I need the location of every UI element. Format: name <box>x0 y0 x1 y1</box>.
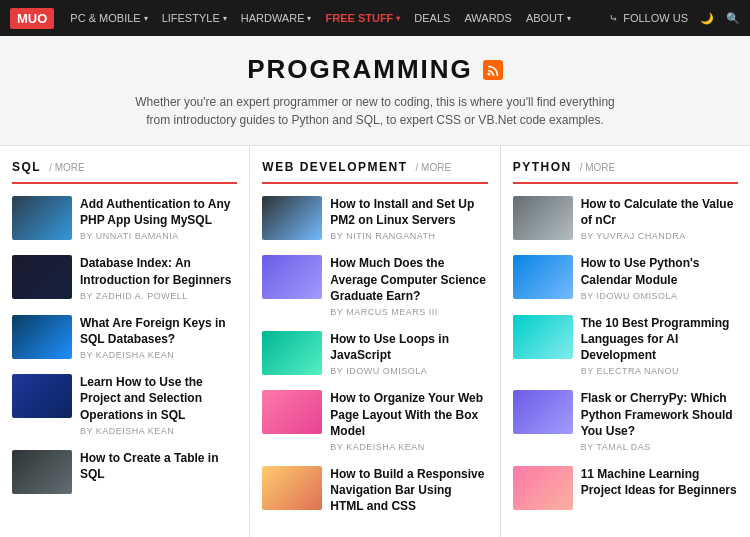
share-icon: ⤷ <box>609 12 618 25</box>
article-title[interactable]: How to Calculate the Value of nCr <box>581 196 738 228</box>
svg-point-0 <box>487 72 490 75</box>
nav-deals[interactable]: DEALS <box>414 12 450 24</box>
list-item: How to Create a Table in SQL <box>12 450 237 494</box>
article-title[interactable]: What Are Foreign Keys in SQL Databases? <box>80 315 237 347</box>
list-item: The 10 Best Programming Languages for AI… <box>513 315 738 377</box>
article-author: BY ZADHID A. POWELL <box>80 291 237 301</box>
python-column-title: PYTHON <box>513 160 572 174</box>
article-thumbnail <box>12 450 72 494</box>
article-title[interactable]: How to Use Loops in JavaScript <box>330 331 487 363</box>
article-thumbnail <box>262 255 322 299</box>
article-thumbnail <box>513 466 573 510</box>
list-item: 11 Machine Learning Project Ideas for Be… <box>513 466 738 510</box>
article-thumbnail <box>513 255 573 299</box>
chevron-down-icon: ▾ <box>144 14 148 23</box>
top-navigation: MUO PC & MOBILE ▾ LIFESTYLE ▾ HARDWARE ▾… <box>0 0 750 36</box>
main-content: SQL / MORE Add Authentication to Any PHP… <box>0 146 750 537</box>
list-item: Flask or CherryPy: Which Python Framewor… <box>513 390 738 452</box>
article-thumbnail <box>262 331 322 375</box>
list-item: Database Index: An Introduction for Begi… <box>12 255 237 300</box>
python-more-link[interactable]: / MORE <box>580 162 616 173</box>
article-author: BY KADEISHA KEAN <box>80 426 237 436</box>
article-author: BY KADEISHA KEAN <box>330 442 487 452</box>
article-thumbnail <box>513 196 573 240</box>
article-title[interactable]: Database Index: An Introduction for Begi… <box>80 255 237 287</box>
article-author: BY YUVRAJ CHANDRA <box>581 231 738 241</box>
article-thumbnail <box>12 255 72 299</box>
article-author: BY NITIN RANGANATH <box>330 231 487 241</box>
dark-mode-toggle[interactable]: 🌙 <box>700 12 714 25</box>
follow-us[interactable]: ⤷ FOLLOW US <box>609 12 688 25</box>
chevron-down-icon: ▾ <box>567 14 571 23</box>
article-title[interactable]: How to Create a Table in SQL <box>80 450 237 482</box>
nav-free-stuff[interactable]: FREE STUFF ▾ <box>325 12 400 24</box>
nav-hardware[interactable]: HARDWARE ▾ <box>241 12 312 24</box>
page-title: PROGRAMMING <box>247 54 473 85</box>
list-item: How to Organize Your Web Page Layout Wit… <box>262 390 487 452</box>
webdev-more-link[interactable]: / MORE <box>416 162 452 173</box>
article-title[interactable]: The 10 Best Programming Languages for AI… <box>581 315 738 364</box>
nav-right: ⤷ FOLLOW US 🌙 🔍 <box>609 12 740 25</box>
article-author: BY IDOWU OMISOLA <box>581 291 738 301</box>
nav-pc-mobile[interactable]: PC & MOBILE ▾ <box>70 12 147 24</box>
nav-about[interactable]: ABOUT ▾ <box>526 12 571 24</box>
list-item: What Are Foreign Keys in SQL Databases? … <box>12 315 237 360</box>
article-author: BY ELECTRA NANOU <box>581 366 738 376</box>
article-title[interactable]: How to Build a Responsive Navigation Bar… <box>330 466 487 515</box>
article-thumbnail <box>513 315 573 359</box>
article-title[interactable]: How Much Does the Average Computer Scien… <box>330 255 487 304</box>
list-item: Add Authentication to Any PHP App Using … <box>12 196 237 241</box>
article-thumbnail <box>12 315 72 359</box>
article-thumbnail <box>262 466 322 510</box>
search-icon[interactable]: 🔍 <box>726 12 740 25</box>
webdev-column: WEB DEVELOPMENT / MORE How to Install an… <box>250 146 500 537</box>
list-item: How to Calculate the Value of nCr BY YUV… <box>513 196 738 241</box>
rss-icon[interactable] <box>483 60 503 80</box>
page-header: PROGRAMMING Whether you're an expert pro… <box>0 36 750 146</box>
python-column-header: PYTHON / MORE <box>513 160 738 184</box>
article-thumbnail <box>12 196 72 240</box>
python-column: PYTHON / MORE How to Calculate the Value… <box>501 146 750 537</box>
article-title[interactable]: How to Organize Your Web Page Layout Wit… <box>330 390 487 439</box>
webdev-column-title: WEB DEVELOPMENT <box>262 160 407 174</box>
nav-links: PC & MOBILE ▾ LIFESTYLE ▾ HARDWARE ▾ FRE… <box>70 12 593 24</box>
article-author: BY UNNATI BAMANIA <box>80 231 237 241</box>
list-item: Learn How to Use the Project and Selecti… <box>12 374 237 436</box>
article-thumbnail <box>262 196 322 240</box>
article-author: BY MARCUS MEARS III <box>330 307 487 317</box>
article-thumbnail <box>12 374 72 418</box>
chevron-down-icon: ▾ <box>396 14 400 23</box>
nav-awards[interactable]: AWARDS <box>464 12 511 24</box>
list-item: How to Use Python's Calendar Module BY I… <box>513 255 738 300</box>
chevron-down-icon: ▾ <box>223 14 227 23</box>
sql-column: SQL / MORE Add Authentication to Any PHP… <box>0 146 250 537</box>
site-logo[interactable]: MUO <box>10 8 54 29</box>
article-title[interactable]: How to Use Python's Calendar Module <box>581 255 738 287</box>
page-description: Whether you're an expert programmer or n… <box>135 93 615 129</box>
webdev-column-header: WEB DEVELOPMENT / MORE <box>262 160 487 184</box>
article-thumbnail <box>262 390 322 434</box>
article-title[interactable]: Flask or CherryPy: Which Python Framewor… <box>581 390 738 439</box>
sql-column-title: SQL <box>12 160 41 174</box>
sql-column-header: SQL / MORE <box>12 160 237 184</box>
article-title[interactable]: Add Authentication to Any PHP App Using … <box>80 196 237 228</box>
nav-lifestyle[interactable]: LIFESTYLE ▾ <box>162 12 227 24</box>
sql-more-link[interactable]: / MORE <box>49 162 85 173</box>
article-thumbnail <box>513 390 573 434</box>
article-author: BY IDOWU OMISOLA <box>330 366 487 376</box>
list-item: How to Build a Responsive Navigation Bar… <box>262 466 487 518</box>
article-author: BY KADEISHA KEAN <box>80 350 237 360</box>
list-item: How to Install and Set Up PM2 on Linux S… <box>262 196 487 241</box>
article-author: BY TAMAL DAS <box>581 442 738 452</box>
article-title[interactable]: How to Install and Set Up PM2 on Linux S… <box>330 196 487 228</box>
chevron-down-icon: ▾ <box>307 14 311 23</box>
list-item: How to Use Loops in JavaScript BY IDOWU … <box>262 331 487 376</box>
article-title[interactable]: 11 Machine Learning Project Ideas for Be… <box>581 466 738 498</box>
list-item: How Much Does the Average Computer Scien… <box>262 255 487 317</box>
article-title[interactable]: Learn How to Use the Project and Selecti… <box>80 374 237 423</box>
